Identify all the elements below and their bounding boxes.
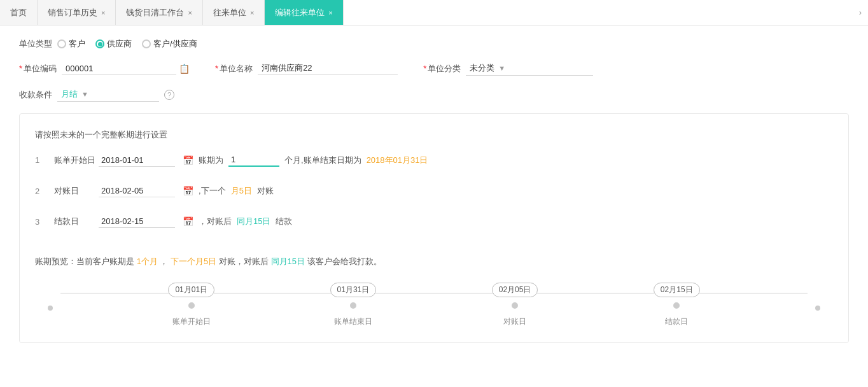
- payment-condition-row: 收款条件 月结 ▼ ?: [19, 87, 849, 102]
- tab-bar: 首页 销售订单历史 × 钱货日清工作台 × 往来单位 × 编辑往来单位 × ›: [0, 0, 868, 25]
- reconciliation-row: 2 对账日 📅 ,下一个 月5日 对账: [35, 185, 833, 197]
- timeline-dot-2: [512, 302, 518, 309]
- unit-category-group: * 单位分类 未分类 ▼: [423, 61, 593, 76]
- billing-period-end-date: 2018年01月31日: [367, 155, 428, 166]
- timeline-point-2: 02月05日 对账日: [492, 283, 538, 327]
- period-settings-section: 请按照未来的一个完整帐期进行设置 1 账单开始日 📅 账期为 个月,账单结束日期…: [19, 113, 849, 343]
- payment-day-row: 3 结款日 📅 ，对账后 同月15日 结款: [35, 215, 833, 228]
- preview-part2: 下一个月5日: [171, 257, 216, 266]
- unit-type-radio-group: 客户 供应商 客户/供应商: [57, 38, 197, 50]
- timeline-point-0: 01月01日 账单开始日: [168, 283, 214, 327]
- billing-start-calendar-icon[interactable]: 📅: [183, 155, 193, 165]
- reconciliation-label: 对账日: [54, 185, 99, 197]
- timeline-left-dot: [48, 306, 53, 311]
- preview-part1: 1个月: [137, 257, 158, 266]
- timeline-badge-1: 01月31日: [330, 283, 377, 297]
- unit-category-required: *: [423, 64, 426, 73]
- reconciliation-date-input[interactable]: [99, 185, 175, 197]
- unit-name-input[interactable]: [258, 62, 398, 75]
- timeline-label-0: 账单开始日: [172, 316, 211, 327]
- tab-edit-partner[interactable]: 编辑往来单位 ×: [265, 0, 343, 25]
- preview-comma1: ，: [160, 257, 168, 266]
- unit-category-value: 未分类: [466, 61, 498, 75]
- timeline-dot-1: [350, 302, 356, 309]
- tab-sales-history[interactable]: 销售订单历史 ×: [38, 0, 116, 25]
- radio-customer-supplier[interactable]: 客户/供应商: [142, 38, 197, 50]
- payment-condition-select-wrapper[interactable]: 月结 ▼: [57, 87, 159, 102]
- tab-cash-work[interactable]: 钱货日清工作台 ×: [116, 0, 202, 25]
- row-2-num: 2: [35, 186, 48, 196]
- payment-day-calendar-icon[interactable]: 📅: [183, 216, 193, 227]
- close-partner-tab[interactable]: ×: [250, 9, 254, 17]
- preview-suffix: 该客户会给我打款。: [307, 257, 382, 266]
- payment-day-date-input[interactable]: [99, 215, 175, 228]
- tab-home[interactable]: 首页: [0, 0, 38, 25]
- timeline-label-3: 结款日: [665, 316, 688, 327]
- unit-code-input[interactable]: [62, 62, 176, 75]
- close-edit-partner-tab[interactable]: ×: [328, 9, 332, 17]
- main-content: 单位类型 客户 供应商 客户/供应商 * 单位编码 📋 * 单位名称: [0, 25, 868, 387]
- payment-day-desc-highlight: 同月15日: [237, 216, 270, 227]
- unit-code-group: * 单位编码 📋: [19, 62, 190, 75]
- payment-condition-help-icon[interactable]: ?: [164, 90, 174, 100]
- unit-category-select-wrapper[interactable]: 未分类 ▼: [466, 61, 593, 76]
- preview-middle: 对账，对账后: [219, 257, 269, 266]
- timeline-label-1: 账单结束日: [334, 316, 372, 327]
- timeline-left-end: [48, 289, 53, 327]
- timeline-points: 01月01日 账单开始日 01月31日 账单结束日 02月05日 对账日 02月…: [48, 283, 820, 327]
- timeline-point-3: 02月15日 结款日: [654, 283, 700, 327]
- radio-supplier-circle: [95, 39, 104, 48]
- payment-condition-value: 月结: [57, 87, 81, 101]
- payment-day-desc-suffix: 结款: [276, 216, 292, 227]
- radio-customer-supplier-circle: [142, 39, 151, 48]
- tab-partner[interactable]: 往来单位 ×: [203, 0, 265, 25]
- tab-more-button[interactable]: ›: [853, 0, 868, 25]
- radio-customer-circle: [57, 39, 66, 48]
- billing-start-inputs: 📅 账期为 个月,账单结束日期为 2018年01月31日: [99, 153, 428, 167]
- timeline-point-1: 01月31日 账单结束日: [330, 283, 377, 327]
- unit-name-group: * 单位名称: [215, 62, 398, 75]
- payment-day-desc-prefix: ，对账后: [199, 216, 232, 227]
- unit-info-row: * 单位编码 📋 * 单位名称 * 单位分类 未分类 ▼: [19, 61, 849, 76]
- timeline-dot-3: [673, 302, 680, 309]
- unit-type-row: 单位类型 客户 供应商 客户/供应商: [19, 38, 849, 50]
- timeline-container: 01月01日 账单开始日 01月31日 账单结束日 02月05日 对账日 02月…: [35, 283, 833, 327]
- close-cash-work-tab[interactable]: ×: [188, 9, 192, 17]
- timeline-badge-3: 02月15日: [654, 283, 700, 297]
- timeline-right-dot: [815, 306, 820, 311]
- billing-start-date-input[interactable]: [99, 154, 175, 167]
- timeline-right-end: [815, 289, 820, 327]
- reconciliation-inputs: 📅 ,下一个 月5日 对账: [99, 185, 274, 197]
- radio-customer[interactable]: 客户: [57, 38, 85, 50]
- unit-type-label: 单位类型: [19, 38, 52, 50]
- reconciliation-desc-prefix: ,下一个: [199, 185, 226, 197]
- timeline-badge-0: 01月01日: [168, 283, 214, 297]
- billing-start-row: 1 账单开始日 📅 账期为 个月,账单结束日期为 2018年01月31日: [35, 153, 833, 167]
- unit-code-required: *: [19, 64, 22, 73]
- timeline-badge-2: 02月05日: [492, 283, 538, 297]
- billing-period-input[interactable]: [228, 153, 279, 167]
- unit-name-required: *: [215, 64, 218, 73]
- preview-prefix: 账期预览：当前客户账期是: [35, 257, 134, 266]
- row-3-num: 3: [35, 217, 48, 227]
- timeline-label-2: 对账日: [503, 316, 526, 327]
- preview-text: 账期预览：当前客户账期是 1个月 ， 下一个月5日 对账，对账后 同月15日 该…: [35, 246, 833, 283]
- radio-supplier[interactable]: 供应商: [95, 38, 132, 50]
- payment-condition-chevron-icon: ▼: [81, 90, 88, 98]
- billing-start-label: 账单开始日: [54, 155, 99, 166]
- row-1-num: 1: [35, 155, 48, 165]
- unit-code-label: 单位编码: [24, 63, 57, 74]
- payment-day-label: 结款日: [54, 216, 99, 227]
- timeline-dot-0: [188, 302, 195, 309]
- preview-part3: 同月15日: [271, 257, 305, 266]
- billing-period-unit: 个月,账单结束日期为: [284, 155, 361, 166]
- unit-name-label: 单位名称: [220, 63, 253, 74]
- unit-code-calendar-icon[interactable]: 📋: [179, 64, 190, 74]
- payment-day-inputs: 📅 ，对账后 同月15日 结款: [99, 215, 292, 228]
- unit-category-chevron-icon: ▼: [498, 64, 505, 72]
- reconciliation-desc-highlight: 月5日: [231, 185, 252, 197]
- payment-condition-label: 收款条件: [19, 89, 52, 101]
- reconciliation-calendar-icon[interactable]: 📅: [183, 186, 193, 196]
- close-sales-history-tab[interactable]: ×: [101, 9, 105, 17]
- billing-period-label: 账期为: [199, 155, 223, 166]
